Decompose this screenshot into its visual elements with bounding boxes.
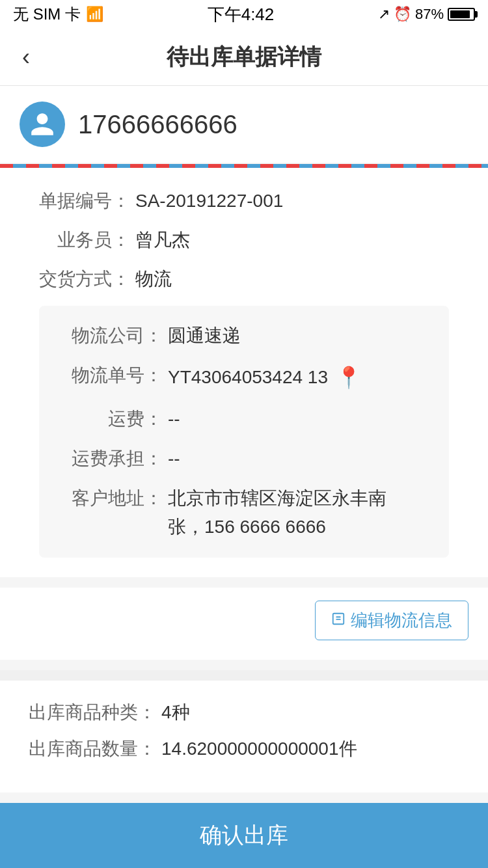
wifi-icon: 📶 [86,6,103,23]
nav-title: 待出库单据详情 [167,42,321,72]
freight-bearer-value: -- [168,444,429,474]
salesman-row: 业务员： 曾凡杰 [26,226,462,254]
logistics-tracking-row: 物流单号： YT43064053424 13 📍 [59,361,429,394]
status-left: 无 SIM 卡 📶 [13,4,103,25]
address-row: 客户地址： 北京市市辖区海淀区永丰南 张，156 6666 6666 [59,484,429,543]
logistics-card: 物流公司： 圆通速递 物流单号： YT43064053424 13 📍 运费： … [39,306,449,558]
tracking-location-icon[interactable]: 📍 [336,361,362,394]
logistics-tracking-value: YT43064053424 13 📍 [168,361,429,394]
freight-row: 运费： -- [59,405,429,434]
goods-quantity-label: 出库商品数量： [26,737,156,761]
status-time: 下午4:42 [208,3,275,26]
nav-bar: ‹ 待出库单据详情 [0,29,488,86]
logistics-company-row: 物流公司： 圆通速递 [59,321,429,351]
goods-type-label: 出库商品种类： [26,700,156,725]
gray-divider-1 [0,670,488,681]
delivery-row: 交货方式： 物流 [26,265,462,293]
freight-label: 运费： [59,405,163,434]
order-number-label: 单据编号： [26,187,130,215]
edit-logistics-button[interactable]: 编辑物流信息 [315,601,468,640]
battery-icon [448,8,475,21]
status-right: ↗ ⏰ 87% [378,6,475,23]
freight-bearer-row: 运费承担： -- [59,444,429,474]
location-icon: ↗ [378,6,390,23]
confirm-outbound-button[interactable]: 确认出库 [200,821,288,850]
status-bar: 无 SIM 卡 📶 下午4:42 ↗ ⏰ 87% [0,0,488,29]
goods-quantity-row: 出库商品数量： 14.620000000000001件 [26,737,462,761]
bottom-bar: 确认出库 [0,803,488,868]
goods-type-value: 4种 [161,700,190,725]
goods-type-row: 出库商品种类： 4种 [26,700,462,725]
edit-logistics-row: 编辑物流信息 [0,588,488,660]
address-value: 北京市市辖区海淀区永丰南 张，156 6666 6666 [168,484,429,543]
delivery-label: 交货方式： [26,265,130,293]
battery-percent: 87% [415,6,444,23]
order-number-row: 单据编号： SA-20191227-001 [26,187,462,215]
order-number-value: SA-20191227-001 [135,187,462,215]
carrier-text: 无 SIM 卡 [13,4,81,25]
salesman-value: 曾凡杰 [135,226,462,254]
freight-bearer-label: 运费承担： [59,444,163,474]
order-info-section: 单据编号： SA-20191227-001 业务员： 曾凡杰 交货方式： 物流 … [0,168,488,577]
logistics-company-value: 圆通速递 [168,321,429,351]
alarm-icon: ⏰ [394,6,411,23]
user-header: 17666666666 [0,86,488,163]
address-label: 客户地址： [59,484,163,513]
user-icon [29,111,56,138]
edit-logistics-label: 编辑物流信息 [351,609,452,632]
avatar [20,102,65,147]
freight-value: -- [168,405,429,434]
logistics-tracking-label: 物流单号： [59,361,163,390]
goods-section: 出库商品种类： 4种 出库商品数量： 14.620000000000001件 [0,681,488,793]
goods-quantity-value: 14.620000000000001件 [161,737,357,761]
back-button[interactable]: ‹ [16,37,36,77]
delivery-value: 物流 [135,265,462,293]
logistics-company-label: 物流公司： [59,321,163,351]
edit-icon [331,612,346,630]
salesman-label: 业务员： [26,226,130,254]
user-phone: 17666666666 [78,110,237,139]
